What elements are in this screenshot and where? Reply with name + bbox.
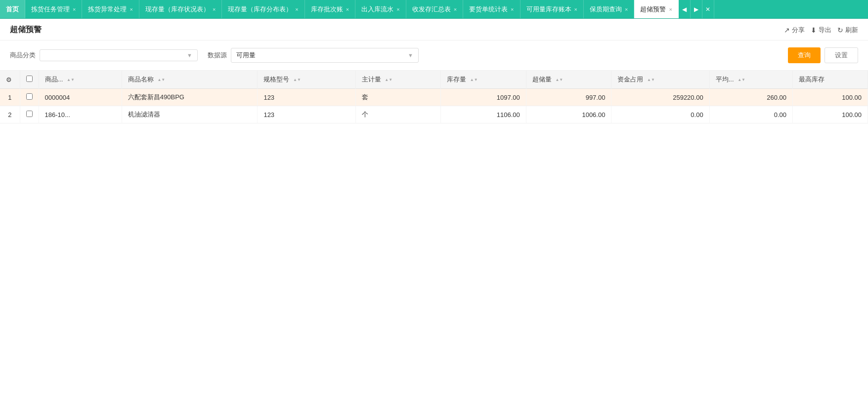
close-icon[interactable]: × bbox=[295, 6, 298, 12]
th-max-inventory: 最高库存 bbox=[792, 71, 868, 89]
sort-icon[interactable]: ▲▼ bbox=[157, 78, 165, 82]
share-button[interactable]: ↗ 分享 bbox=[784, 26, 805, 35]
header-actions: ↗ 分享 ⬇ 导出 ↻ 刷新 bbox=[784, 26, 858, 35]
table-row: 2 186-10... 机油滤清器 123 个 1106.00 1006.00 … bbox=[0, 106, 868, 123]
nav-tab-inout-flow[interactable]: 出入库流水 × bbox=[355, 0, 406, 19]
nav-tab-abnormal[interactable]: 拣货异常处理 × bbox=[82, 0, 139, 19]
th-product-code: 商品... ▲▼ bbox=[39, 71, 122, 89]
nav-tab-overstock-warning[interactable]: 超储预警 × bbox=[634, 0, 678, 19]
avg: 0.00 bbox=[709, 106, 792, 123]
max-inventory: 100.00 bbox=[792, 89, 868, 106]
overstock: 997.00 bbox=[526, 89, 611, 106]
export-button[interactable]: ⬇ 导出 bbox=[811, 26, 831, 35]
page-container: 超储预警 ↗ 分享 ⬇ 导出 ↻ 刷新 商品分类 ▼ 数据源 bbox=[0, 19, 868, 395]
query-button[interactable]: 查询 bbox=[788, 47, 821, 63]
chevron-down-icon: ▼ bbox=[187, 52, 192, 58]
sort-icon[interactable]: ▲▼ bbox=[385, 78, 392, 82]
refresh-button[interactable]: ↻ 刷新 bbox=[837, 26, 858, 35]
close-icon[interactable]: × bbox=[73, 6, 76, 12]
chevron-down-icon: ▼ bbox=[408, 52, 413, 58]
data-source-filter: 数据源 可用量 ▼ bbox=[208, 48, 419, 63]
sort-icon[interactable]: ▲▼ bbox=[293, 78, 301, 82]
row-checkbox-cell bbox=[20, 106, 39, 123]
page-title: 超储预警 bbox=[10, 25, 42, 35]
close-icon[interactable]: × bbox=[213, 6, 216, 12]
th-product-name: 商品名称 ▲▼ bbox=[122, 71, 258, 89]
export-icon: ⬇ bbox=[811, 26, 817, 34]
product-category-filter: 商品分类 ▼ bbox=[10, 49, 198, 61]
nav-tab-batch-account[interactable]: 库存批次账 × bbox=[305, 0, 355, 19]
data-source-label: 数据源 bbox=[208, 51, 227, 60]
overstock: 1006.00 bbox=[526, 106, 611, 123]
nav-tab-quality-period[interactable]: 保质期查询 × bbox=[584, 0, 634, 19]
gear-icon: ⚙ bbox=[6, 76, 12, 83]
close-icon[interactable]: × bbox=[511, 6, 514, 12]
close-icon[interactable]: × bbox=[574, 6, 577, 12]
refresh-icon: ↻ bbox=[837, 26, 843, 34]
table-container: ⚙ 商品... ▲▼ 商品名称 ▲▼ 规格型号 ▲▼ bbox=[0, 71, 868, 123]
close-icon[interactable]: × bbox=[396, 6, 399, 12]
row-checkbox-cell bbox=[20, 89, 39, 106]
unit: 个 bbox=[355, 106, 441, 123]
th-overstock: 超储量 ▲▼ bbox=[526, 71, 611, 89]
th-inventory: 库存量 ▲▼ bbox=[441, 71, 526, 89]
inventory: 1106.00 bbox=[441, 106, 526, 123]
spec: 123 bbox=[258, 89, 355, 106]
filter-actions: 查询 设置 bbox=[788, 47, 858, 63]
nav-tab-home[interactable]: 首页 bbox=[0, 0, 25, 19]
sort-icon[interactable]: ▲▼ bbox=[738, 78, 745, 82]
data-table: ⚙ 商品... ▲▼ 商品名称 ▲▼ 规格型号 ▲▼ bbox=[0, 71, 868, 123]
close-icon[interactable]: × bbox=[669, 6, 672, 12]
product-name: 机油滤清器 bbox=[122, 106, 258, 123]
nav-tab-inventory-dist[interactable]: 现存量（库存分布表） × bbox=[222, 0, 304, 19]
top-navigation: 首页 拣货任务管理 × 拣货异常处理 × 现存量（库存状况表） × 现存量（库存… bbox=[0, 0, 868, 19]
nav-close-arrow[interactable]: ✕ bbox=[702, 0, 714, 19]
row-number: 2 bbox=[0, 106, 20, 123]
th-spec: 规格型号 ▲▼ bbox=[258, 71, 355, 89]
th-unit: 主计量 ▲▼ bbox=[355, 71, 441, 89]
select-all-checkbox[interactable] bbox=[26, 76, 33, 82]
sort-icon[interactable]: ▲▼ bbox=[555, 78, 563, 82]
th-capital: 资金占用 ▲▼ bbox=[611, 71, 709, 89]
nav-tab-inventory-status[interactable]: 现存量（库存状况表） × bbox=[139, 0, 222, 19]
data-source-value: 可用量 bbox=[236, 51, 256, 60]
table-header-row: ⚙ 商品... ▲▼ 商品名称 ▲▼ 规格型号 ▲▼ bbox=[0, 71, 868, 89]
nav-tab-task-mgmt[interactable]: 拣货任务管理 × bbox=[25, 0, 82, 19]
capital: 259220.00 bbox=[611, 89, 709, 106]
data-source-select[interactable]: 可用量 ▼ bbox=[231, 48, 419, 63]
avg: 260.00 bbox=[709, 89, 792, 106]
table-row: 1 0000004 六配套新昌490BPG 123 套 1097.00 997.… bbox=[0, 89, 868, 106]
th-checkbox bbox=[20, 71, 39, 89]
th-avg: 平均... ▲▼ bbox=[709, 71, 792, 89]
product-category-label: 商品分类 bbox=[10, 51, 36, 60]
close-icon[interactable]: × bbox=[625, 6, 628, 12]
product-code: 0000004 bbox=[39, 89, 122, 106]
sort-icon[interactable]: ▲▼ bbox=[647, 78, 655, 82]
th-settings[interactable]: ⚙ bbox=[0, 71, 20, 89]
nav-right-arrow[interactable]: ▶ bbox=[691, 0, 702, 19]
close-icon[interactable]: × bbox=[454, 6, 457, 12]
nav-tab-available-account[interactable]: 可用量库存账本 × bbox=[521, 0, 584, 19]
close-icon[interactable]: × bbox=[130, 6, 132, 12]
product-name: 六配套新昌490BPG bbox=[122, 89, 258, 106]
inventory: 1097.00 bbox=[441, 89, 526, 106]
sort-icon[interactable]: ▲▼ bbox=[470, 78, 478, 82]
spec: 123 bbox=[258, 106, 355, 123]
sort-icon[interactable]: ▲▼ bbox=[67, 78, 75, 82]
max-inventory: 100.00 bbox=[792, 106, 868, 123]
unit: 套 bbox=[355, 89, 441, 106]
row-checkbox[interactable] bbox=[26, 111, 33, 117]
row-checkbox[interactable] bbox=[26, 93, 33, 100]
nav-tab-order-stats[interactable]: 要货单统计表 × bbox=[463, 0, 520, 19]
row-number: 1 bbox=[0, 89, 20, 106]
close-icon[interactable]: × bbox=[346, 6, 349, 12]
page-header: 超储预警 ↗ 分享 ⬇ 导出 ↻ 刷新 bbox=[0, 19, 868, 40]
product-category-select[interactable]: ▼ bbox=[40, 49, 198, 61]
nav-tab-collect-send[interactable]: 收发存汇总表 × bbox=[406, 0, 463, 19]
capital: 0.00 bbox=[611, 106, 709, 123]
settings-button[interactable]: 设置 bbox=[825, 47, 858, 63]
share-icon: ↗ bbox=[784, 26, 790, 34]
nav-left-arrow[interactable]: ◀ bbox=[679, 0, 691, 19]
product-code: 186-10... bbox=[39, 106, 122, 123]
filter-area: 商品分类 ▼ 数据源 可用量 ▼ 查询 设置 bbox=[0, 40, 868, 71]
